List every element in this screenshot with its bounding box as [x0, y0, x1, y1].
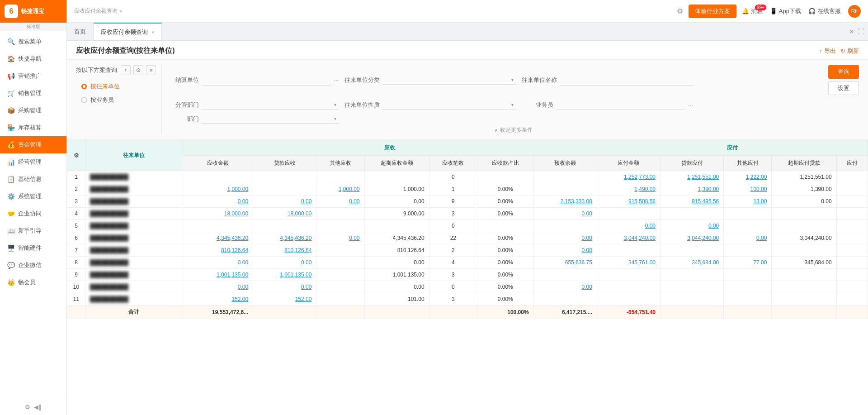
row-dkyf[interactable]: 0.00 — [660, 220, 724, 232]
row-ysye[interactable] — [533, 171, 597, 183]
row-dkyf[interactable]: 1,390.00 — [660, 183, 724, 196]
sidebar-item-operation[interactable]: 📊 经营管理 — [0, 153, 66, 171]
user-avatar[interactable]: Rit — [848, 5, 861, 18]
row-qtys[interactable]: 0.00 — [316, 196, 364, 208]
expand-btn[interactable]: ⛶ — [858, 28, 864, 35]
query-button[interactable]: 查询 — [828, 65, 859, 79]
solution-button[interactable]: 体验行业方案 — [689, 5, 736, 18]
fenguan-select[interactable]: ▾ — [202, 100, 339, 110]
row-yfje[interactable]: 1,490.00 — [597, 183, 660, 196]
sidebar-item-member[interactable]: 👑 畅会员 — [0, 274, 66, 291]
settings-icon[interactable]: ⚙ — [677, 7, 683, 15]
jiesuan-dots[interactable]: ··· — [334, 76, 339, 84]
row-qtys[interactable]: 1,000.00 — [316, 183, 364, 196]
row-qtyf[interactable]: 0.00 — [724, 232, 772, 244]
row-ysje[interactable] — [183, 171, 253, 183]
row-ysje[interactable]: 1,000.00 — [183, 183, 253, 196]
row-yfje[interactable] — [597, 208, 660, 220]
row-ysje[interactable]: 0.00 — [183, 196, 253, 208]
row-dkys[interactable] — [253, 183, 316, 196]
sidebar-item-wechat[interactable]: 💬 企业微信 — [0, 257, 66, 274]
row-ysje[interactable]: 4,345,436.20 — [183, 232, 253, 244]
row-dkyf[interactable] — [660, 269, 724, 281]
sidebar-item-sales[interactable]: 🛒 销售管理 — [0, 85, 66, 102]
settings-col-header[interactable]: ⚙ — [67, 140, 85, 171]
row-dkyf[interactable]: 3,044,240.00 — [660, 232, 724, 244]
row-dkys[interactable]: 810,126.64 — [253, 244, 316, 257]
row-dkyf[interactable]: 345,684.00 — [660, 257, 724, 269]
filter-expand-btn[interactable]: « — [146, 65, 156, 75]
wanglai-cat-select[interactable]: ▾ — [382, 76, 516, 85]
row-yfje[interactable]: 3,044,240.00 — [597, 232, 660, 244]
row-ysye[interactable] — [533, 293, 597, 305]
row-dkys[interactable]: 18,000.00 — [253, 208, 316, 220]
row-qtys[interactable] — [316, 171, 364, 183]
row-dkyf[interactable]: 1,251,551.00 — [660, 171, 724, 183]
collapse-sidebar-btn[interactable]: ◀‖ — [34, 404, 42, 410]
salesperson-input[interactable] — [556, 100, 685, 110]
wanglai-name-input[interactable] — [560, 75, 693, 86]
row-ysye[interactable]: 0.00 — [533, 244, 597, 257]
refresh-button[interactable]: ↻ 刷新 — [840, 47, 859, 55]
sidebar-item-search[interactable]: 🔍 搜索菜单 — [0, 33, 66, 50]
row-qtys[interactable] — [316, 293, 364, 305]
sidebar-item-system[interactable]: ⚙️ 系统管理 — [0, 188, 66, 205]
row-dkyf[interactable] — [660, 208, 724, 220]
home-tab[interactable]: 首页 — [67, 23, 94, 40]
sidebar-logo[interactable]: 6 畅捷通宝 — [0, 0, 66, 23]
row-yfje[interactable] — [597, 293, 660, 305]
row-ysye[interactable]: 2,153,333.00 — [533, 196, 597, 208]
close-tab-btn[interactable]: × — [151, 29, 154, 35]
app-download-btn[interactable]: 📱 App下载 — [770, 7, 801, 15]
row-ysje[interactable]: 18,000.00 — [183, 208, 253, 220]
row-dkyf[interactable] — [660, 293, 724, 305]
row-qtys[interactable] — [316, 269, 364, 281]
salesperson-dots[interactable]: ··· — [688, 101, 693, 109]
row-qtys[interactable] — [316, 281, 364, 293]
row-qtyf[interactable] — [724, 281, 772, 293]
row-ysye[interactable]: 0.00 — [533, 232, 597, 244]
sidebar-item-quick-nav[interactable]: 🏠 快捷导航 — [0, 50, 66, 67]
message-icon-btn[interactable]: 🔔 消息 99+ — [742, 7, 763, 15]
table-settings-icon[interactable]: ⚙ — [74, 152, 79, 159]
settings-button[interactable]: 设置 — [828, 81, 859, 95]
sidebar-item-enterprise[interactable]: 🤝 企业协同 — [0, 205, 66, 222]
row-ysje[interactable]: 152.00 — [183, 293, 253, 305]
row-ysje[interactable]: 1,001,135.00 — [183, 269, 253, 281]
row-ysye[interactable] — [533, 269, 597, 281]
row-yfje[interactable] — [597, 281, 660, 293]
sidebar-item-guide[interactable]: 📖 新手引导 — [0, 222, 66, 239]
sidebar-item-basic[interactable]: 📋 基础信息 — [0, 171, 66, 188]
row-ysye[interactable]: 0.00 — [533, 281, 597, 293]
sidebar-item-finance[interactable]: 💰 资金管理 — [0, 136, 66, 153]
row-dkys[interactable]: 0.00 — [253, 281, 316, 293]
row-dkys[interactable]: 0.00 — [253, 196, 316, 208]
row-qtys[interactable]: 0.00 — [316, 232, 364, 244]
row-qtyf[interactable]: 13.00 — [724, 196, 772, 208]
row-yfje[interactable]: 0.00 — [597, 220, 660, 232]
row-dkys[interactable]: 152.00 — [253, 293, 316, 305]
close-window-btn[interactable]: ✕ — [849, 28, 854, 35]
row-ysje[interactable]: 0.00 — [183, 257, 253, 269]
row-ysye[interactable] — [533, 220, 597, 232]
row-qtyf[interactable] — [724, 244, 772, 257]
row-yfje[interactable]: 915,508.56 — [597, 196, 660, 208]
row-qtyf[interactable]: 77.00 — [724, 257, 772, 269]
row-qtyf[interactable] — [724, 220, 772, 232]
scheme-by-staff[interactable]: 按业务员 — [76, 93, 156, 107]
row-ysje[interactable] — [183, 220, 253, 232]
dept-select[interactable]: ▾ — [202, 114, 339, 124]
row-ysje[interactable]: 0.00 — [183, 281, 253, 293]
row-ysje[interactable]: 810,126.64 — [183, 244, 253, 257]
row-dkys[interactable]: 1,001,135.00 — [253, 269, 316, 281]
row-qtyf[interactable]: 100.00 — [724, 183, 772, 196]
filter-add-btn[interactable]: + — [121, 65, 131, 75]
row-dkyf[interactable]: 915,495.56 — [660, 196, 724, 208]
row-dkys[interactable]: 4,345,436.20 — [253, 232, 316, 244]
row-ysye[interactable]: 0.00 — [533, 208, 597, 220]
row-dkys[interactable]: 0.00 — [253, 257, 316, 269]
row-qtyf[interactable] — [724, 269, 772, 281]
row-qtys[interactable] — [316, 220, 364, 232]
collapse-btn[interactable]: ∧ 收起更多条件 — [494, 126, 533, 134]
row-qtys[interactable] — [316, 208, 364, 220]
